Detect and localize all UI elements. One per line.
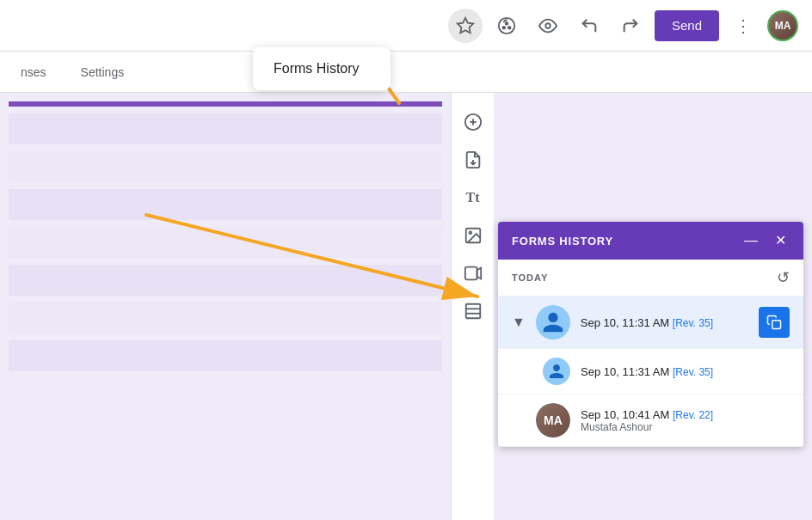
undo-button[interactable] [572,9,606,43]
history-item[interactable]: ▼ Sep 10, 11:31 AM [Rev. 35] [498,297,803,349]
history-item-expand-button[interactable]: ▼ [512,315,526,330]
tab-settings[interactable]: Settings [77,55,128,92]
svg-marker-13 [477,268,481,279]
import-button[interactable] [458,144,489,175]
history-item-timestamp: Sep 10, 11:31 AM [Rev. 35] [581,316,748,329]
history-item-avatar [536,305,570,340]
content-row-5 [9,265,442,296]
main-content [0,93,451,520]
send-button[interactable]: Send [655,10,719,41]
history-item[interactable]: MA Sep 10, 10:41 AM [Rev. 22] Mustafa As… [498,395,803,447]
history-section-today: TODAY ↺ [498,260,803,297]
content-row-7 [9,340,442,371]
svg-point-3 [508,26,511,28]
svg-rect-17 [772,321,781,329]
svg-point-11 [469,231,471,234]
svg-point-2 [502,26,505,28]
avatar[interactable]: MA [767,10,798,41]
content-row-3 [9,189,442,220]
history-item-avatar: MA [536,403,570,437]
star-button[interactable] [448,9,483,43]
content-row-1 [9,113,442,144]
side-tools-panel: Tt [451,93,494,520]
history-minimize-button[interactable]: — [741,232,761,249]
history-item-name: Mustafa Ashour [581,421,790,433]
today-label: TODAY [512,272,548,283]
history-item[interactable]: Sep 10, 11:31 AM [Rev. 35] [498,349,803,395]
text-button[interactable]: Tt [458,182,489,213]
content-row-6 [9,303,442,333]
history-item-timestamp: Sep 10, 11:31 AM [Rev. 35] [581,365,790,378]
history-close-button[interactable]: ✕ [772,232,790,249]
history-item-info: Sep 10, 11:31 AM [Rev. 35] [581,316,748,329]
video-button[interactable] [458,258,489,289]
history-panel-header: FORMS HISTORY — ✕ [498,222,803,260]
history-item-timestamp: Sep 10, 10:41 AM [Rev. 22] [581,408,790,421]
preview-button[interactable] [531,9,565,43]
add-element-button[interactable] [458,107,489,138]
history-panel: FORMS HISTORY — ✕ TODAY ↺ ▼ Sep 10, 11:3… [498,222,803,447]
layout-button[interactable] [458,296,489,327]
toolbar: Send ⋮ MA [0,0,812,52]
content-row-2 [9,151,442,182]
tab-responses[interactable]: nses [17,55,50,92]
nav-tabs: nses Settings [0,52,812,93]
history-item-avatar [543,358,570,385]
image-button[interactable] [458,220,489,251]
palette-button[interactable] [489,9,524,43]
history-item-rev: [Rev. 35] [673,317,713,329]
more-options-button[interactable]: ⋮ [726,9,760,43]
history-panel-title: FORMS HISTORY [512,235,613,248]
forms-history-tooltip: Forms History [253,47,391,90]
svg-rect-14 [465,304,480,319]
svg-marker-0 [458,17,473,32]
history-refresh-button[interactable]: ↺ [777,268,790,287]
content-row-4 [9,227,442,258]
svg-point-4 [506,21,508,24]
tooltip-text: Forms History [274,61,360,76]
history-item-rev: [Rev. 22] [673,409,713,421]
svg-point-5 [545,23,551,28]
history-item-info: Sep 10, 10:41 AM [Rev. 22] Mustafa Ashou… [581,408,790,433]
history-header-actions: — ✕ [741,232,790,249]
history-copy-button[interactable] [759,307,790,338]
redo-button[interactable] [613,9,648,43]
purple-bar [9,101,442,107]
svg-rect-12 [464,267,477,280]
history-item-info: Sep 10, 11:31 AM [Rev. 35] [581,365,790,378]
history-item-rev: [Rev. 35] [673,366,713,378]
